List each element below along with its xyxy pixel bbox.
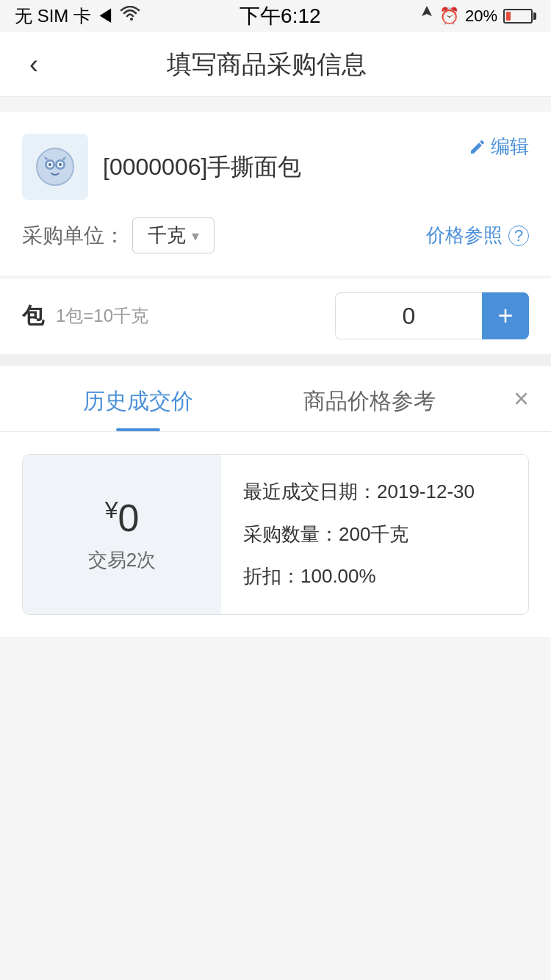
price-ref-label: 价格参照 xyxy=(426,223,503,248)
main-content xyxy=(0,637,551,980)
product-left: [0000006]手撕面包 xyxy=(22,134,301,200)
recent-date-value: 2019-12-30 xyxy=(377,480,475,502)
discount-label: 折扣： xyxy=(243,565,300,587)
tab-history-label: 历史成交价 xyxy=(83,389,193,413)
quantity-input[interactable] xyxy=(335,292,482,339)
price-ref-button[interactable]: 价格参照 ? xyxy=(426,223,529,248)
battery-percent: 20% xyxy=(465,7,497,26)
quantity-section: 包 1包=10千克 + xyxy=(0,277,551,354)
edit-label: 编辑 xyxy=(491,134,529,159)
quantity-input-group: + xyxy=(335,292,529,339)
product-name: [0000006]手撕面包 xyxy=(103,151,301,184)
price-ref-help-icon: ? xyxy=(508,226,529,246)
tab-panel: 历史成交价 商品价格参考 × ¥0 交易2次 最近成交日期：2019-12-30… xyxy=(0,366,551,637)
svg-point-6 xyxy=(59,163,62,166)
svg-point-0 xyxy=(37,148,73,185)
price-card-right: 最近成交日期：2019-12-30 采购数量：200千克 折扣：100.00% xyxy=(221,455,528,614)
tab-bar: 历史成交价 商品价格参考 × xyxy=(0,366,551,432)
section-divider xyxy=(0,354,551,366)
price-card-left: ¥0 交易2次 xyxy=(23,455,221,614)
product-unit-row: 采购单位： 千克 ▾ 价格参照 ? xyxy=(22,217,529,253)
quantity-value: 200千克 xyxy=(339,523,408,545)
bag-label: 包 xyxy=(22,301,44,331)
wifi-icon xyxy=(120,6,140,26)
bag-unit-info: 1包=10千克 xyxy=(56,304,148,328)
battery-icon xyxy=(503,9,536,24)
discount-value: 100.00% xyxy=(300,565,376,587)
product-header: [0000006]手撕面包 编辑 xyxy=(22,134,529,200)
status-bar: 无 SIM 卡 ◀ 下午6:12 ⏰ 20% xyxy=(0,0,551,32)
discount-row: 折扣：100.00% xyxy=(243,561,506,592)
dropdown-arrow-icon: ▾ xyxy=(192,227,199,245)
status-time: 下午6:12 xyxy=(240,2,321,30)
price-card: ¥0 交易2次 最近成交日期：2019-12-30 采购数量：200千克 折扣：… xyxy=(22,454,529,615)
unit-value: 千克 xyxy=(148,223,186,248)
price-amount: ¥0 xyxy=(105,496,140,540)
tab-product-price-ref[interactable]: 商品价格参考 xyxy=(253,366,485,431)
no-sim-text: 无 SIM 卡 ◀ xyxy=(15,4,114,28)
product-section: [0000006]手撕面包 编辑 采购单位： 千克 ▾ 价格参照 ? xyxy=(0,112,551,275)
product-thumbnail xyxy=(22,134,88,200)
unit-select[interactable]: 千克 ▾ xyxy=(132,217,215,253)
quantity-label: 包 1包=10千克 xyxy=(22,301,148,331)
transaction-count: 交易2次 xyxy=(88,547,156,573)
status-left: 无 SIM 卡 ◀ xyxy=(15,4,140,28)
currency-symbol: ¥ xyxy=(105,497,118,523)
page-title: 填写商品采购信息 xyxy=(167,48,367,82)
price-card-container: ¥0 交易2次 最近成交日期：2019-12-30 采购数量：200千克 折扣：… xyxy=(0,432,551,637)
recent-date-row: 最近成交日期：2019-12-30 xyxy=(243,477,506,508)
tab-history-price[interactable]: 历史成交价 xyxy=(22,366,253,431)
alarm-icon: ⏰ xyxy=(439,7,459,26)
amount-value: 0 xyxy=(118,497,139,539)
unit-section: 采购单位： 千克 ▾ xyxy=(22,217,215,253)
purchase-quantity-row: 采购数量：200千克 xyxy=(243,519,506,550)
recent-date-label: 最近成交日期： xyxy=(243,480,377,502)
back-button[interactable]: ‹ xyxy=(22,42,46,87)
location-icon xyxy=(420,6,433,26)
tab-product-label: 商品价格参考 xyxy=(303,389,436,413)
svg-point-5 xyxy=(48,163,51,166)
quantity-label-text: 采购数量： xyxy=(243,523,339,545)
edit-button[interactable]: 编辑 xyxy=(469,134,529,159)
unit-label: 采购单位： xyxy=(22,222,125,250)
status-right: ⏰ 20% xyxy=(420,6,536,26)
quantity-plus-button[interactable]: + xyxy=(482,292,529,339)
close-button[interactable]: × xyxy=(485,371,529,427)
nav-bar: ‹ 填写商品采购信息 xyxy=(0,32,551,97)
